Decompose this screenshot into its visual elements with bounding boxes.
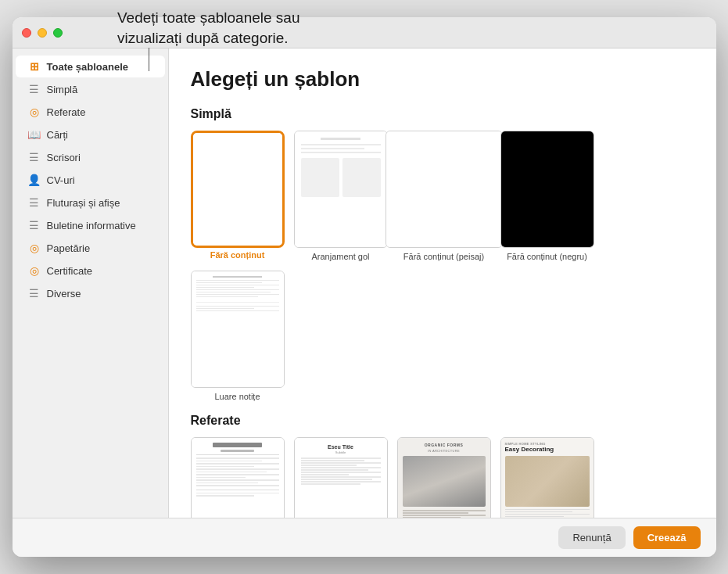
template-blank-dark[interactable]: Fără conținut (negru): [500, 131, 594, 261]
simple-template-grid: Fără conținut: [191, 131, 694, 401]
template-thumb-blank-landscape[interactable]: [386, 131, 503, 248]
titlebar: [13, 17, 716, 48]
main-window: ⊞ Toate șabloanele ☰ Simplă ◎ Referate 📖…: [13, 17, 716, 557]
sidebar-item-certificates[interactable]: ◎ Certificate: [16, 260, 165, 282]
page-title: Alegeți un șablon: [191, 67, 694, 91]
badge-icon: ◎: [28, 106, 41, 118]
minimize-button[interactable]: [38, 28, 47, 38]
template-blank[interactable]: Fără conținut: [191, 131, 285, 261]
sidebar-item-letters[interactable]: ☰ Scrisori: [16, 146, 165, 168]
section-title-reports: Referate: [191, 414, 694, 428]
template-thumb-notes[interactable]: [191, 271, 285, 388]
book-icon: 📖: [28, 128, 41, 141]
stationery-icon: ◎: [28, 242, 41, 254]
list-icon: ☰: [28, 83, 41, 95]
sidebar-item-all[interactable]: ⊞ Toate șabloanele: [16, 56, 165, 77]
template-thumb-minimal-report[interactable]: ORGANIC FORMS IN ARCHITECTURE: [397, 437, 491, 518]
create-button[interactable]: Creează: [633, 526, 701, 549]
template-label-layout-blank: Aranjament gol: [312, 252, 370, 261]
template-label-blank-dark: Fără conținut (negru): [507, 252, 587, 261]
sidebar-item-simple[interactable]: ☰ Simplă: [16, 78, 165, 100]
template-layout-blank[interactable]: Aranjament gol: [294, 131, 388, 261]
reports-template-grid: Referat simplu Eseu Title Subtitle: [191, 437, 694, 518]
close-button[interactable]: [22, 28, 31, 38]
grid-icon: ⊞: [28, 60, 41, 73]
flyer-icon: ☰: [28, 196, 41, 209]
template-thumb-contemporary[interactable]: Simple Home Styling Easy Decorating: [500, 437, 594, 518]
sidebar-item-cv[interactable]: 👤 CV-uri: [16, 169, 165, 191]
content-area: ⊞ Toate șabloanele ☰ Simplă ◎ Referate 📖…: [13, 48, 716, 518]
main-content: Alegeți un șablon Simplă Fără conținut: [169, 48, 716, 518]
template-label-notes: Luare notițe: [214, 392, 260, 401]
sidebar: ⊞ Toate șabloanele ☰ Simplă ◎ Referate 📖…: [13, 48, 169, 518]
template-thumb-simple-report[interactable]: [191, 437, 285, 518]
sidebar-item-books[interactable]: 📖 Cărți: [16, 124, 165, 145]
template-simple-report[interactable]: Referat simplu: [191, 437, 285, 518]
sidebar-item-flyers[interactable]: ☰ Fluturași și afișe: [16, 192, 165, 213]
sidebar-item-reports[interactable]: ◎ Referate: [16, 101, 165, 123]
section-title-simple: Simplă: [191, 107, 694, 121]
sidebar-item-stationery[interactable]: ◎ Papetărie: [16, 237, 165, 259]
maximize-button[interactable]: [53, 28, 63, 38]
template-contemporary[interactable]: Simple Home Styling Easy Decorating Refe…: [500, 437, 594, 518]
template-essay[interactable]: Eseu Title Subtitle: [294, 437, 388, 518]
template-notes[interactable]: Luare notițe: [191, 271, 285, 401]
template-thumb-essay[interactable]: Eseu Title Subtitle: [294, 437, 388, 518]
template-minimal-report[interactable]: ORGANIC FORMS IN ARCHITECTURE Referat mi…: [397, 437, 491, 518]
template-thumb-blank-dark[interactable]: [500, 131, 594, 248]
template-blank-landscape[interactable]: Fără conținut (peisaj): [397, 131, 491, 261]
cancel-button[interactable]: Renunță: [558, 526, 625, 549]
certificate-icon: ◎: [28, 264, 41, 277]
template-selected-label: Fără conținut: [210, 250, 265, 260]
sidebar-item-newsletters[interactable]: ☰ Buletine informative: [16, 214, 165, 236]
template-label-blank-landscape: Fără conținut (peisaj): [403, 252, 484, 261]
letter-icon: ☰: [28, 151, 41, 163]
footer: Renunță Creează: [13, 518, 716, 557]
template-thumb-blank[interactable]: [191, 131, 285, 248]
cv-icon: 👤: [28, 174, 41, 186]
newsletter-icon: ☰: [28, 219, 41, 231]
misc-icon: ☰: [28, 287, 41, 300]
template-thumb-layout-blank[interactable]: [294, 131, 388, 248]
sidebar-item-misc[interactable]: ☰ Diverse: [16, 282, 165, 304]
